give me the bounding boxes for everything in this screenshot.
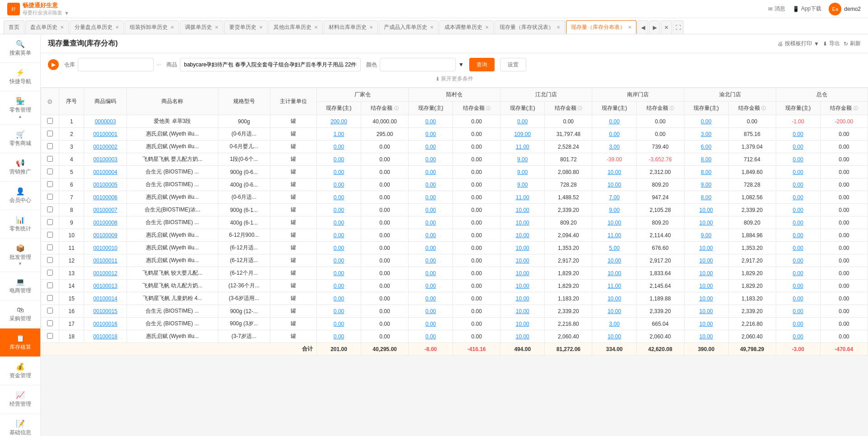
row-code[interactable]: 00100006 bbox=[84, 191, 127, 204]
row-select-checkbox[interactable] bbox=[47, 169, 53, 174]
sidebar-item-basic[interactable]: 📝 基础信息 bbox=[0, 414, 40, 436]
row-w2-qty[interactable]: 0.00 bbox=[409, 292, 453, 305]
row-w6-qty[interactable]: 0.00 bbox=[776, 318, 820, 330]
row-code[interactable]: 00100018 bbox=[84, 330, 127, 343]
row-w5-qty[interactable]: 10.00 bbox=[684, 216, 728, 229]
refresh-button[interactable]: ↻ 刷新 bbox=[844, 40, 861, 47]
tab-prev-button[interactable]: ◀ bbox=[637, 20, 648, 34]
row-checkbox[interactable] bbox=[41, 128, 59, 141]
row-w2-qty[interactable]: 0.00 bbox=[409, 318, 453, 330]
row-select-checkbox[interactable] bbox=[47, 156, 53, 162]
sidebar-item-member[interactable]: 👤 会员中心 bbox=[0, 182, 40, 210]
row-w3-qty[interactable]: 9.00 bbox=[500, 153, 545, 166]
row-w6-qty[interactable]: 0.00 bbox=[776, 178, 820, 191]
row-select-checkbox[interactable] bbox=[47, 194, 53, 200]
row-w4-qty[interactable]: 7.00 bbox=[592, 191, 637, 204]
row-w6-qty[interactable]: 0.00 bbox=[776, 204, 820, 216]
row-w5-qty[interactable]: 10.00 bbox=[684, 318, 728, 330]
row-w3-qty[interactable]: 11.00 bbox=[500, 191, 545, 204]
row-w3-qty[interactable]: 10.00 bbox=[500, 267, 545, 280]
col-gear-header[interactable]: ⚙ bbox=[41, 88, 59, 115]
row-w4-qty[interactable]: 10.00 bbox=[592, 166, 637, 178]
row-w2-qty[interactable]: 0.00 bbox=[409, 216, 453, 229]
sidebar-item-retail-store[interactable]: 🛒 零售商城 bbox=[0, 125, 40, 153]
tab-sub-inventory-count[interactable]: 分量盘点单历史 ✕ bbox=[70, 20, 124, 34]
row-w1-qty[interactable]: 0.00 bbox=[316, 153, 361, 166]
tab-close-icon[interactable]: ✕ bbox=[369, 25, 373, 30]
tab-stock-status[interactable]: 现存量（库存状况表） ✕ bbox=[495, 20, 565, 34]
row-w2-qty[interactable]: 0.00 bbox=[409, 330, 453, 343]
row-w1-qty[interactable]: 0.00 bbox=[316, 178, 361, 191]
row-w5-qty[interactable]: 10.00 bbox=[684, 305, 728, 318]
row-w4-qty[interactable]: 10.00 bbox=[592, 305, 637, 318]
sidebar-item-purchase[interactable]: 🛍 采购管理 bbox=[0, 300, 40, 328]
export-button[interactable]: ⬇ 导出 bbox=[823, 40, 840, 47]
row-w1-qty[interactable]: 1.00 bbox=[316, 128, 361, 141]
row-w2-qty[interactable]: 0.00 bbox=[409, 128, 453, 141]
sidebar-item-ecom[interactable]: 💻 电商管理 bbox=[0, 272, 40, 300]
sidebar-item-wholesale[interactable]: 📦 批发管理 ▼ bbox=[0, 239, 40, 272]
sidebar-item-marketing[interactable]: 📢 营销推广 bbox=[0, 153, 40, 182]
row-w4-qty[interactable]: 11.00 bbox=[592, 229, 637, 242]
row-select-checkbox[interactable] bbox=[47, 118, 53, 124]
table-scroll-container[interactable]: ⚙ 序号 商品编码 商品名称 规格型号 主计量单位 厂家仓 陌村仓 江北门店 南… bbox=[41, 88, 868, 356]
row-w5-qty[interactable]: 9.00 bbox=[684, 178, 728, 191]
row-w2-qty[interactable]: 0.00 bbox=[409, 141, 453, 153]
tab-close-icon[interactable]: ✕ bbox=[259, 25, 263, 30]
product-input[interactable] bbox=[180, 58, 361, 71]
sidebar-item-finance[interactable]: 💰 资金管理 bbox=[0, 357, 40, 385]
row-code[interactable]: 00100002 bbox=[84, 141, 127, 153]
filter-collapse-button[interactable]: ▶ bbox=[48, 59, 59, 70]
row-w2-qty[interactable]: 0.00 bbox=[409, 305, 453, 318]
row-w5-qty[interactable]: 10.00 bbox=[684, 242, 728, 254]
row-checkbox[interactable] bbox=[41, 292, 59, 305]
row-w6-qty[interactable]: 0.00 bbox=[776, 254, 820, 267]
row-w2-qty[interactable]: 0.00 bbox=[409, 242, 453, 254]
row-w1-qty[interactable]: 0.00 bbox=[316, 216, 361, 229]
row-w1-qty[interactable]: 0.00 bbox=[316, 242, 361, 254]
row-w4-qty[interactable]: 3.00 bbox=[592, 318, 637, 330]
row-code[interactable]: 00100014 bbox=[84, 292, 127, 305]
tab-close-icon[interactable]: ✕ bbox=[115, 25, 119, 30]
row-w6-qty[interactable]: 0.00 bbox=[776, 292, 820, 305]
row-code[interactable]: 00100015 bbox=[84, 305, 127, 318]
row-code[interactable]: 00100008 bbox=[84, 216, 127, 229]
row-w5-qty[interactable]: 10.00 bbox=[684, 330, 728, 343]
tab-close-icon[interactable]: ✕ bbox=[430, 25, 434, 30]
sidebar-item-quicknav[interactable]: ⚡ 快捷导航 bbox=[0, 63, 40, 91]
row-w2-qty[interactable]: 0.00 bbox=[409, 115, 453, 128]
tab-close-icon[interactable]: ✕ bbox=[314, 25, 318, 30]
row-w4-qty[interactable]: 10.00 bbox=[592, 330, 637, 343]
row-w3-qty[interactable]: 10.00 bbox=[500, 280, 545, 292]
row-code[interactable]: 00100016 bbox=[84, 318, 127, 330]
query-button[interactable]: 查询 bbox=[469, 58, 495, 71]
tab-close-icon[interactable]: ✕ bbox=[60, 25, 64, 30]
tab-other-out[interactable]: 其他出库单历史 ✕ bbox=[269, 20, 323, 34]
row-w6-qty[interactable]: 0.00 bbox=[776, 280, 820, 292]
tab-assembly[interactable]: 组装拆卸单历史 ✕ bbox=[125, 20, 179, 34]
tab-close-icon[interactable]: ✕ bbox=[485, 25, 489, 30]
tab-close-all-button[interactable]: ✕ bbox=[661, 20, 672, 34]
row-select-checkbox[interactable] bbox=[47, 333, 53, 339]
row-checkbox[interactable] bbox=[41, 229, 59, 242]
row-select-checkbox[interactable] bbox=[47, 270, 53, 276]
row-w4-qty[interactable]: 10.00 bbox=[592, 216, 637, 229]
row-w3-qty[interactable]: 9.00 bbox=[500, 166, 545, 178]
row-w3-qty[interactable]: 9.00 bbox=[500, 178, 545, 191]
row-w1-qty[interactable]: 0.00 bbox=[316, 280, 361, 292]
row-select-checkbox[interactable] bbox=[47, 282, 53, 288]
row-w5-qty[interactable]: 8.00 bbox=[684, 153, 728, 166]
row-code[interactable]: 0000003 bbox=[84, 115, 127, 128]
expand-filter-button[interactable]: ⬇ 展开更多条件 bbox=[435, 75, 473, 83]
tab-product-in[interactable]: 产成品入库单历史 ✕ bbox=[379, 20, 439, 34]
row-w3-qty[interactable]: 10.00 bbox=[500, 318, 545, 330]
sidebar-item-search[interactable]: 🔍 搜索英单 bbox=[0, 34, 40, 63]
row-code[interactable]: 00100004 bbox=[84, 166, 127, 178]
row-select-checkbox[interactable] bbox=[47, 308, 53, 314]
row-w6-qty[interactable]: 0.00 bbox=[776, 166, 820, 178]
tab-close-icon[interactable]: ✕ bbox=[215, 25, 218, 30]
info-icon[interactable]: ⓘ bbox=[578, 106, 582, 111]
tab-next-button[interactable]: ▶ bbox=[649, 20, 660, 34]
row-select-checkbox[interactable] bbox=[47, 219, 53, 225]
row-w2-qty[interactable]: 0.00 bbox=[409, 178, 453, 191]
